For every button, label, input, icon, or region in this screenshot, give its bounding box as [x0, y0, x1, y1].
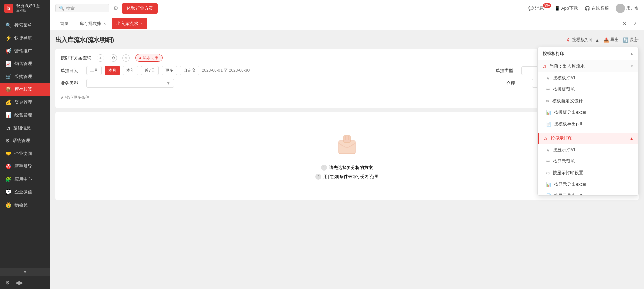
- empty-state-icon: [333, 132, 360, 159]
- refresh-icon: 🔄: [623, 37, 628, 43]
- current-chevron[interactable]: ▼: [630, 64, 634, 68]
- sidebar-item-purchase[interactable]: 🛒 采购管理: [0, 70, 50, 83]
- sidebar-item-operations[interactable]: 📊 经营管理: [0, 109, 50, 122]
- dropdown-template-print[interactable]: 🖨 按模板打印: [538, 72, 638, 84]
- gear-icon[interactable]: ⚙: [113, 5, 118, 11]
- date-filter-label: 单据日期: [61, 68, 81, 74]
- search-input[interactable]: [66, 6, 100, 11]
- app-download-item[interactable]: 📱 App下载: [555, 5, 578, 11]
- dropdown-display-settings[interactable]: ⚙ 按显示打印设置: [538, 167, 638, 179]
- tab-inout-flow[interactable]: 出入库流水 ×: [112, 18, 147, 29]
- chevron-up-icon: ∧: [61, 95, 64, 100]
- tab-close-inventory-batch[interactable]: ×: [104, 22, 106, 26]
- filter-by-label: 按以下方案查询: [61, 55, 91, 61]
- sidebar-item-basic[interactable]: 🗂 基础信息: [0, 122, 50, 134]
- print-template-dropdown: 按模板打印 ▲ 🖨 当前：出入库流水 ▼ 🖨 按模板打印: [537, 47, 639, 196]
- sidebar-item-apps[interactable]: 🧩 应用中心: [0, 173, 50, 186]
- display-excel-icon: 📊: [546, 182, 551, 187]
- tab-home[interactable]: 首页: [55, 18, 74, 29]
- dropdown-template-preview[interactable]: 👁 按模板预览: [538, 84, 638, 95]
- dropdown-template-pdf[interactable]: 📄 按模板导出pdf: [538, 118, 638, 130]
- svg-rect-1: [344, 136, 350, 142]
- sidebar-item-sales[interactable]: 📈 销售管理: [0, 57, 50, 70]
- page-title: 出入库流水(流水明细): [55, 36, 114, 44]
- tab-close-window-icon[interactable]: ✕: [621, 20, 628, 27]
- filter-add-button[interactable]: +: [97, 54, 104, 62]
- industry-solution-button[interactable]: 体验行业方案: [122, 3, 158, 14]
- dropdown-divider: [538, 131, 638, 131]
- empty-hint2: 2 用[过滤]条件来缩小分析范围: [315, 174, 378, 180]
- dropdown-display-pdf[interactable]: 📄 按显示导出pdf: [538, 190, 638, 195]
- tab-close-inout-flow[interactable]: ×: [140, 22, 142, 26]
- tab-inventory-batch[interactable]: 库存批次账 ×: [75, 18, 110, 29]
- template-preview-icon: 👁: [546, 87, 550, 92]
- online-service-item[interactable]: 🎧 在线客服: [585, 5, 609, 11]
- display-section-icon: 🖨: [544, 136, 548, 141]
- search-icon: 🔍: [59, 6, 64, 11]
- apps-icon: 🧩: [5, 176, 12, 182]
- date-custom-btn[interactable]: 自定义: [180, 66, 199, 75]
- date-this-year-btn[interactable]: 本年: [123, 66, 138, 75]
- dropdown-items: 🖨 当前：出入库流水 ▼ 🖨 按模板打印 👁 按模板预览: [538, 60, 638, 195]
- system-icon: ⚙: [5, 138, 10, 144]
- app-subtitle: 标准版: [16, 8, 40, 13]
- empty-hint1: 1 请先选择要分析的方案: [321, 165, 373, 171]
- date-7days-btn[interactable]: 近7天: [141, 66, 159, 75]
- sidebar-item-vip[interactable]: 👑 畅会员: [0, 199, 50, 211]
- guide-icon: 🎯: [5, 163, 12, 169]
- message-item[interactable]: 💬 消息 99+: [528, 5, 548, 11]
- refresh-button[interactable]: 🔄 刷新: [623, 37, 639, 43]
- footer-toggle-icon[interactable]: ◀▶: [15, 280, 23, 286]
- basic-icon: 🗂: [5, 125, 10, 131]
- sidebar-footer: ⚙ ◀▶: [0, 276, 50, 289]
- dropdown-current-item[interactable]: 🖨 当前：出入库流水 ▼: [538, 60, 638, 72]
- dropdown-template-excel[interactable]: 📊 按模板导出excel: [538, 107, 638, 118]
- business-type-select[interactable]: ▼: [86, 79, 174, 88]
- display-section-chevron[interactable]: ▲: [629, 136, 634, 141]
- date-last-month-btn[interactable]: 上月: [86, 66, 102, 75]
- username: 用户名: [626, 5, 639, 11]
- chevron-up-icon: ▲: [595, 37, 599, 43]
- dropdown-display-print[interactable]: 🖨 按显示打印: [538, 144, 638, 156]
- dropdown-display-preview[interactable]: 👁 按显示预览: [538, 156, 638, 167]
- sidebar-item-system[interactable]: ⚙ 系统管理: [0, 134, 50, 147]
- tab-expand-icon[interactable]: ⤢: [631, 20, 639, 27]
- sidebar-item-marketing[interactable]: 📢 营销推广: [0, 45, 50, 57]
- cooperation-icon: 🤝: [5, 151, 12, 157]
- dropdown-display-section: 🖨 按显示打印 ▲: [538, 133, 638, 144]
- sidebar-nav: 🔍 搜索菜单 ⚡ 快捷导航 📢 营销推广 📈 销售管理 🛒 采购管理 📦 库存核…: [0, 17, 50, 268]
- sidebar-scroll-down[interactable]: ▼: [0, 268, 50, 276]
- tabs-right-controls: ✕ ⤢: [621, 20, 639, 27]
- filter-collapse-left[interactable]: «: [122, 54, 130, 62]
- sidebar-item-cooperation[interactable]: 🤝 企业协同: [0, 147, 50, 160]
- page-content: 出入库流水(流水明细) 🖨 按模板打印 ▲ 📤 导出 🔄 刷新: [50, 30, 644, 289]
- sidebar-item-search[interactable]: 🔍 搜索菜单: [0, 19, 50, 32]
- inventory-icon: 📦: [5, 86, 12, 93]
- headset-icon: 🎧: [585, 6, 590, 11]
- message-badge: 99+: [543, 3, 551, 8]
- search-box[interactable]: 🔍: [55, 4, 109, 12]
- collapse-button[interactable]: ∧ 收起更多条件: [61, 92, 89, 103]
- sidebar-item-wechat[interactable]: 💬 企业微信: [0, 186, 50, 199]
- message-icon: 💬: [528, 6, 534, 11]
- operations-icon: 📊: [5, 112, 12, 118]
- date-this-month-btn[interactable]: 本月: [105, 66, 120, 75]
- sidebar: b 畅捷通好生意 标准版 🔍 搜索菜单 ⚡ 快捷导航 📢 营销推广 📈 销售管理…: [0, 0, 50, 289]
- dropdown-chevron-up[interactable]: ▲: [630, 51, 634, 56]
- dropdown-template-custom[interactable]: ✏ 模板自定义设计: [538, 95, 638, 107]
- print-template-button[interactable]: 🖨 按模板打印 ▲: [566, 37, 599, 43]
- sidebar-item-quick-nav[interactable]: ⚡ 快捷导航: [0, 32, 50, 45]
- sidebar-item-inventory[interactable]: 📦 库存核算: [0, 83, 50, 96]
- template-custom-icon: ✏: [546, 99, 550, 104]
- export-button[interactable]: 📤 导出: [604, 37, 619, 43]
- sidebar-item-finance[interactable]: 💰 资金管理: [0, 96, 50, 109]
- sidebar-item-guide[interactable]: 🎯 新手引导: [0, 160, 50, 173]
- warehouse-label: 仓库: [506, 80, 527, 86]
- date-more-btn[interactable]: 更多: [162, 66, 177, 75]
- template-excel-icon: 📊: [546, 110, 551, 115]
- filter-settings-button[interactable]: ⚙: [110, 54, 117, 62]
- dropdown-display-excel[interactable]: 📊 按显示导出excel: [538, 179, 638, 190]
- footer-settings-icon[interactable]: ⚙: [5, 280, 10, 286]
- user-avatar-item[interactable]: 用户名: [616, 4, 639, 13]
- quick-nav-icon: ⚡: [5, 35, 12, 41]
